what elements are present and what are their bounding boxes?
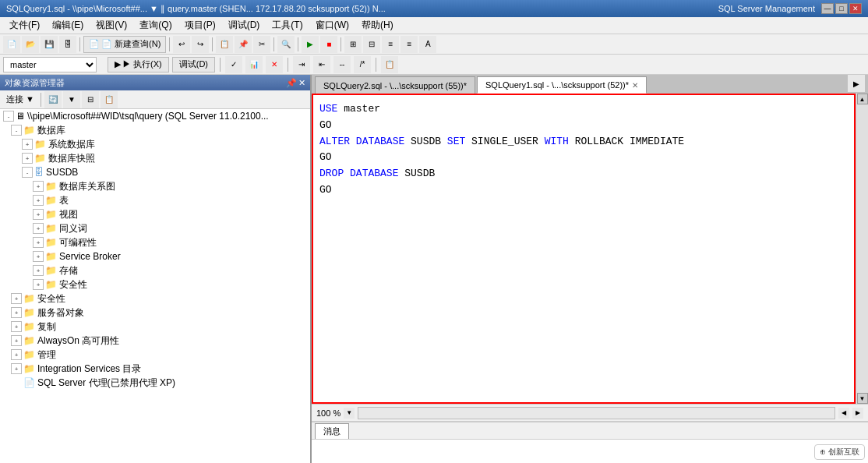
tab-scroll-right-button[interactable]: ▶: [848, 75, 865, 92]
programmability-node[interactable]: + 📁 可编程性: [0, 235, 310, 249]
menu-debug[interactable]: 调试(D): [222, 17, 266, 34]
synonyms-expand-icon[interactable]: +: [33, 223, 44, 234]
zoom-dropdown-button[interactable]: ▼: [344, 408, 355, 419]
menu-query[interactable]: 查询(Q): [133, 17, 178, 34]
toolbar-btn-9[interactable]: ≡: [382, 36, 399, 53]
tab-query1-close-icon[interactable]: ✕: [632, 81, 638, 90]
tables-node[interactable]: + 📁 表: [0, 193, 310, 207]
management-node[interactable]: + 📁 管理: [0, 348, 310, 362]
susdb-security-node[interactable]: + 📁 安全性: [0, 277, 310, 292]
undo-button[interactable]: ↩: [173, 36, 190, 53]
cancel-execute-button[interactable]: ✕: [266, 56, 283, 73]
code-editor[interactable]: USE master GO ALTER DATABASE SUSDB SET S…: [312, 94, 856, 404]
susdb-node[interactable]: - 🗄 SUSDB: [0, 165, 310, 179]
oe-close-icon[interactable]: ✕: [298, 78, 305, 88]
service-broker-node[interactable]: + 📁 Service Broker: [0, 249, 310, 263]
toolbar-btn-11[interactable]: A: [419, 36, 436, 53]
toolbar-btn-8[interactable]: ⊟: [363, 36, 380, 53]
new-query-button[interactable]: 📄 📄 新建查询(N): [83, 36, 166, 53]
search-button[interactable]: 🔍: [277, 36, 295, 53]
server-objects-expand-icon[interactable]: +: [11, 307, 22, 318]
toolbar-btn-7[interactable]: ⊞: [344, 36, 362, 53]
vertical-scrollbar[interactable]: ▲ ▼: [856, 94, 868, 404]
indent-button[interactable]: ⇥: [293, 56, 310, 73]
copy-button[interactable]: 📋: [216, 36, 233, 53]
top-security-expand-icon[interactable]: +: [11, 293, 22, 304]
oe-filter-button[interactable]: ▼: [63, 91, 80, 108]
scroll-right-button[interactable]: ▶: [852, 408, 863, 419]
oe-collapse-button[interactable]: ⊟: [82, 91, 99, 108]
snapshots-node[interactable]: + 📁 数据库快照: [0, 151, 310, 165]
menu-view[interactable]: 视图(V): [90, 17, 133, 34]
storage-node[interactable]: + 📁 存储: [0, 263, 310, 277]
synonyms-node[interactable]: + 📁 同义词: [0, 221, 310, 235]
server-objects-node[interactable]: + 📁 服务器对象: [0, 306, 310, 320]
integration-expand-icon[interactable]: +: [11, 363, 22, 374]
management-expand-icon[interactable]: +: [11, 349, 22, 360]
integration-node[interactable]: + 📁 Integration Services 目录: [0, 362, 310, 376]
new-file-button[interactable]: 📄: [3, 36, 20, 53]
scroll-down-button[interactable]: ▼: [857, 393, 868, 404]
menu-help[interactable]: 帮助(H): [355, 17, 400, 34]
parse-button[interactable]: ✓: [225, 56, 242, 73]
toolbar-btn-10[interactable]: ≡: [400, 36, 418, 53]
comment-button[interactable]: --: [333, 56, 351, 73]
menu-tools[interactable]: 工具(T): [266, 17, 309, 34]
oe-pin-icon[interactable]: 📌: [286, 78, 297, 88]
unindent-button[interactable]: ⇤: [313, 56, 330, 73]
display-button[interactable]: 📊: [245, 56, 263, 73]
menu-file[interactable]: 文件(F): [3, 17, 46, 34]
scroll-track[interactable]: [857, 104, 868, 393]
susdb-expand-icon[interactable]: -: [22, 167, 33, 178]
system-db-node[interactable]: + 📁 系统数据库: [0, 137, 310, 151]
debug-button[interactable]: 调试(D): [172, 57, 215, 72]
uncomment-button[interactable]: /*: [354, 56, 371, 73]
susdb-security-expand-icon[interactable]: +: [33, 279, 44, 290]
server-expand-icon[interactable]: -: [3, 111, 14, 122]
server-node[interactable]: - 🖥 \\pipe\Microsoft##WID\tsql\query (SQ…: [0, 109, 310, 123]
open-button[interactable]: 📂: [22, 36, 39, 53]
sql-agent-node[interactable]: + 📄 SQL Server 代理(已禁用代理 XP): [0, 376, 310, 390]
programmability-expand-icon[interactable]: +: [33, 237, 44, 248]
views-expand-icon[interactable]: +: [33, 209, 44, 220]
oe-properties-button[interactable]: 📋: [101, 91, 118, 108]
system-db-expand-icon[interactable]: +: [22, 139, 33, 150]
menu-edit[interactable]: 编辑(E): [46, 17, 90, 34]
tables-expand-icon[interactable]: +: [33, 195, 44, 206]
scroll-up-button[interactable]: ▲: [857, 94, 868, 104]
replication-node[interactable]: + 📁 复制: [0, 320, 310, 334]
maximize-button[interactable]: □: [835, 3, 848, 14]
alwayson-node[interactable]: + 📁 AlwaysOn 高可用性: [0, 334, 310, 348]
scroll-left-button[interactable]: ◀: [838, 408, 849, 419]
paste-button[interactable]: 📌: [235, 36, 252, 53]
save-button[interactable]: 💾: [41, 36, 58, 53]
run-button[interactable]: ▶: [302, 36, 319, 53]
replication-expand-icon[interactable]: +: [11, 321, 22, 332]
alwayson-expand-icon[interactable]: +: [11, 335, 22, 346]
redo-button[interactable]: ↪: [192, 36, 209, 53]
tab-query2[interactable]: SQLQuery2.sql - \...\scksupport (55))*: [315, 76, 475, 94]
execute-button[interactable]: ▶ ▶ 执行(X): [108, 57, 169, 72]
db-diagrams-expand-icon[interactable]: +: [33, 181, 44, 192]
views-node[interactable]: + 📁 视图: [0, 207, 310, 221]
menu-project[interactable]: 项目(P): [178, 17, 222, 34]
snapshots-expand-icon[interactable]: +: [22, 153, 33, 164]
menu-window[interactable]: 窗口(W): [309, 17, 355, 34]
minimize-button[interactable]: —: [821, 3, 834, 14]
horizontal-scrollbar[interactable]: [358, 407, 835, 419]
databases-expand-icon[interactable]: -: [11, 125, 22, 136]
database-selector[interactable]: master SUSDB model msdb tempdb: [3, 57, 97, 72]
messages-tab[interactable]: 消息: [315, 423, 349, 439]
cut-button[interactable]: ✂: [253, 36, 270, 53]
service-broker-expand-icon[interactable]: +: [33, 251, 44, 262]
oe-refresh-button[interactable]: 🔄: [44, 91, 62, 108]
storage-expand-icon[interactable]: +: [33, 265, 44, 276]
close-button[interactable]: ✕: [849, 3, 862, 14]
tab-query1[interactable]: SQLQuery1.sql - \...\scksupport (52))* ✕: [477, 76, 647, 94]
db-diagrams-node[interactable]: + 📁 数据库关系图: [0, 179, 310, 193]
save-all-button[interactable]: 🗄: [59, 36, 76, 53]
stop-button[interactable]: ■: [320, 36, 337, 53]
databases-node[interactable]: - 📁 数据库: [0, 123, 310, 137]
results-button[interactable]: 📋: [381, 56, 398, 73]
top-security-node[interactable]: + 📁 安全性: [0, 292, 310, 306]
